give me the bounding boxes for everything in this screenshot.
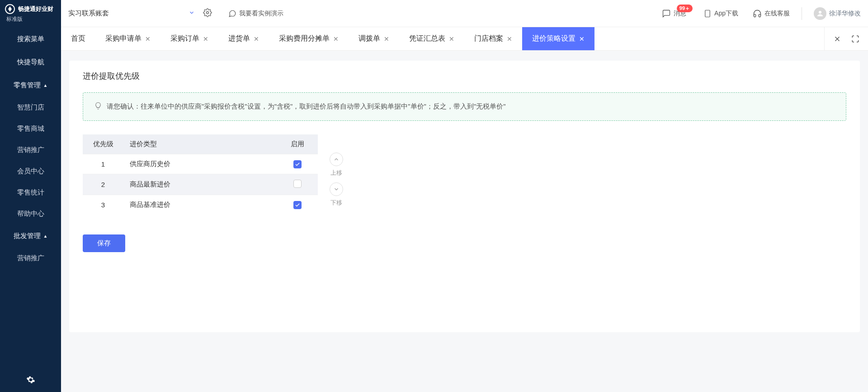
tab[interactable]: 调拨单✕: [349, 27, 399, 50]
close-icon[interactable]: ✕: [579, 35, 585, 43]
sidebar: 畅捷通好业财 标准版 搜索菜单 快捷导航 零售管理▲ 智慧门店 零售商城 营销推…: [0, 0, 61, 392]
tab[interactable]: 采购订单✕: [160, 27, 218, 50]
sidebar-subitem-retail-stats[interactable]: 零售统计: [0, 182, 61, 203]
message-icon: [662, 9, 671, 18]
tab-label: 采购订单: [170, 34, 199, 43]
tab-label: 凭证汇总表: [409, 34, 445, 43]
tabs-actions: [824, 27, 868, 50]
username: 徐泽华修改: [829, 10, 861, 18]
tab-label: 采购申请单: [105, 34, 142, 43]
tab-label: 进货单: [228, 34, 250, 43]
close-icon[interactable]: ✕: [384, 35, 389, 43]
chat-icon: [228, 10, 236, 18]
sidebar-subitem-wholesale-marketing[interactable]: 营销推广: [0, 248, 61, 269]
lightbulb-icon: [94, 102, 102, 111]
sidebar-subitem-smart-store[interactable]: 智慧门店: [0, 97, 61, 118]
check-icon: [295, 162, 300, 167]
move-up-button[interactable]: [330, 153, 343, 166]
tab[interactable]: 门店档案✕: [464, 27, 522, 50]
messages-button[interactable]: 消息 99＋: [662, 9, 686, 18]
cell-priority: 2: [83, 174, 123, 195]
tab[interactable]: 进价策略设置✕: [522, 27, 594, 50]
gear-icon: [26, 375, 35, 384]
move-up-label: 上移: [330, 169, 342, 177]
cell-priority: 1: [83, 154, 123, 174]
download-label: App下载: [714, 10, 738, 18]
tip-box: 请您确认：往来单位中的供应商"采购报价含税"设置，为"含税"，取到进价后将自动带…: [83, 92, 846, 121]
chevron-up-icon: [333, 156, 340, 163]
headset-icon: [753, 9, 762, 18]
tabs-list: 首页采购申请单✕采购订单✕进货单✕采购费用分摊单✕调拨单✕凭证汇总表✕门店档案✕…: [61, 27, 824, 50]
cell-enabled: [277, 174, 318, 195]
sidebar-item-wholesale[interactable]: 批发管理▲: [0, 225, 61, 248]
close-icon[interactable]: ✕: [254, 35, 259, 43]
sidebar-item-quick-nav[interactable]: 快捷导航: [0, 51, 61, 74]
cell-priority: 3: [83, 195, 123, 215]
save-button[interactable]: 保存: [83, 234, 125, 252]
move-down-button[interactable]: [330, 182, 343, 196]
page-title: 进价提取优先级: [83, 71, 846, 81]
close-icon[interactable]: ✕: [333, 35, 339, 43]
close-icon: [833, 35, 841, 43]
table-row[interactable]: 1供应商历史价: [83, 154, 318, 174]
cell-enabled: [277, 154, 318, 174]
tab-label: 进价策略设置: [532, 34, 576, 43]
sidebar-subitem-help[interactable]: 帮助中心: [0, 203, 61, 225]
account-selector[interactable]: 实习联系账套: [68, 9, 195, 18]
col-priority: 优先级: [83, 134, 123, 154]
sidebar-subitem-marketing[interactable]: 营销推广: [0, 139, 61, 161]
messages-badge: 99＋: [677, 5, 693, 12]
user-menu[interactable]: 徐泽华修改: [814, 7, 861, 20]
brand-name: 畅捷通好业财: [18, 5, 53, 13]
sidebar-item-retail[interactable]: 零售管理▲: [0, 74, 61, 97]
svg-point-4: [819, 11, 821, 14]
cell-enabled: [277, 195, 318, 215]
tab[interactable]: 采购费用分摊单✕: [269, 27, 349, 50]
move-down-label: 下移: [330, 199, 342, 207]
tab-label: 首页: [71, 34, 85, 43]
support-button[interactable]: 在线客服: [753, 9, 790, 18]
close-icon[interactable]: ✕: [449, 35, 454, 43]
sidebar-menu: 搜索菜单 快捷导航 零售管理▲ 智慧门店 零售商城 营销推广 会员中心 零售统计…: [0, 28, 61, 369]
header: 实习联系账套 我要看实例演示 消息 99＋ App下载: [61, 0, 868, 27]
support-label: 在线客服: [764, 10, 790, 18]
sidebar-item-search-menu[interactable]: 搜索菜单: [0, 28, 61, 51]
col-type: 进价类型: [123, 134, 277, 154]
close-icon[interactable]: ✕: [145, 35, 151, 43]
logo-icon: [5, 4, 15, 14]
tab[interactable]: 凭证汇总表✕: [399, 27, 464, 50]
priority-table: 优先级 进价类型 启用 1供应商历史价2商品最新进价3商品基准进价: [83, 134, 318, 215]
svg-point-1: [207, 12, 209, 14]
tab[interactable]: 首页: [61, 27, 95, 50]
close-icon[interactable]: ✕: [203, 35, 208, 43]
close-all-tabs-button[interactable]: [830, 32, 844, 46]
cell-type: 商品基准进价: [123, 195, 277, 215]
tab[interactable]: 进货单✕: [218, 27, 269, 50]
tab[interactable]: 采购申请单✕: [95, 27, 160, 50]
fullscreen-button[interactable]: [848, 32, 863, 46]
check-icon: [295, 202, 300, 208]
sidebar-subitem-member[interactable]: 会员中心: [0, 161, 61, 182]
account-settings-button[interactable]: [203, 8, 212, 19]
phone-icon: [703, 10, 712, 18]
chevron-down-icon: [189, 10, 195, 17]
close-icon[interactable]: ✕: [507, 35, 512, 43]
panel: 进价提取优先级 请您确认：往来单位中的供应商"采购报价含税"设置，为"含税"，取…: [69, 61, 860, 332]
divider: [802, 7, 802, 20]
enabled-checkbox[interactable]: [293, 180, 302, 188]
table-row[interactable]: 2商品最新进价: [83, 174, 318, 195]
chevron-down-icon: [333, 186, 340, 192]
enabled-checkbox[interactable]: [293, 201, 302, 209]
tab-label: 门店档案: [474, 34, 503, 43]
table-row[interactable]: 3商品基准进价: [83, 195, 318, 215]
enabled-checkbox[interactable]: [293, 160, 302, 168]
tab-label: 采购费用分摊单: [279, 34, 330, 43]
cell-type: 供应商历史价: [123, 154, 277, 174]
tab-label: 调拨单: [359, 34, 380, 43]
sidebar-settings[interactable]: [0, 369, 61, 392]
account-name: 实习联系账套: [68, 9, 109, 18]
sidebar-subitem-retail-mall[interactable]: 零售商城: [0, 118, 61, 139]
demo-link[interactable]: 我要看实例演示: [228, 10, 283, 18]
move-controls: 上移 下移: [330, 134, 343, 210]
app-download-button[interactable]: App下载: [703, 10, 738, 18]
